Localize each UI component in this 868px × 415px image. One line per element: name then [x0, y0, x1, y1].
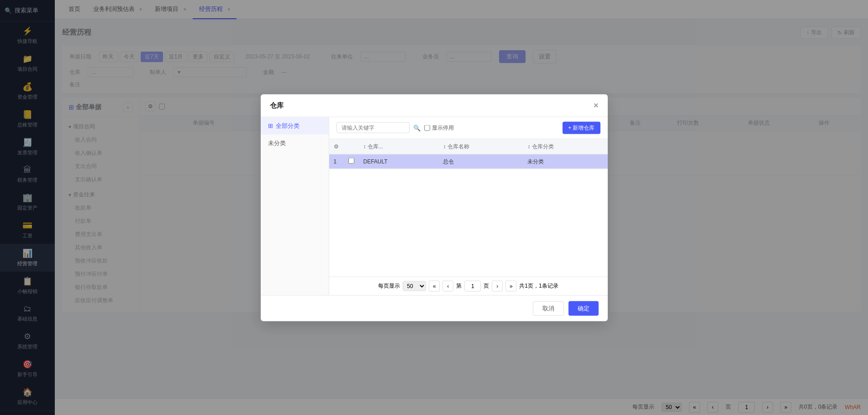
- per-page-label: 每页显示: [378, 282, 400, 290]
- modal-footer: 取消 确定: [261, 295, 608, 321]
- total-info: 共1页，1条记录: [519, 282, 558, 290]
- warehouse-modal: 仓库 × ⊞ 全部分类 未分类 🔍 显示停用: [261, 94, 608, 321]
- modal-sidebar: ⊞ 全部分类 未分类: [261, 117, 329, 295]
- modal-header: 仓库 ×: [261, 94, 608, 117]
- modal-title: 仓库: [270, 101, 284, 110]
- page-label: 第: [456, 282, 462, 290]
- add-warehouse-button[interactable]: + 新增仓库: [563, 121, 600, 134]
- modal-close-button[interactable]: ×: [594, 100, 599, 110]
- modal-th-code[interactable]: ↕ 仓库...: [359, 139, 439, 154]
- modal-sidebar-uncategorized[interactable]: 未分类: [261, 134, 329, 152]
- next-page-button[interactable]: ›: [492, 280, 503, 291]
- prev-page-button[interactable]: ‹: [442, 280, 453, 291]
- modal-toolbar: 🔍 显示停用 + 新增仓库: [329, 117, 608, 139]
- modal-table-container: ⚙ ↕ 仓库... ↕ 仓库名称 ↕ 仓库分类: [329, 139, 608, 276]
- last-page-button[interactable]: »: [505, 280, 516, 291]
- page-input[interactable]: [464, 280, 481, 291]
- modal-td-checkbox: [344, 154, 359, 169]
- per-page-select[interactable]: 50 10 20 100: [403, 281, 426, 291]
- modal-th-category[interactable]: ↕ 仓库分类: [523, 139, 607, 154]
- table-row[interactable]: 1 DEFAULT 总仓 未分类: [329, 154, 608, 169]
- modal-td-settings: 1: [329, 154, 344, 169]
- modal-table: ⚙ ↕ 仓库... ↕ 仓库名称 ↕ 仓库分类: [329, 139, 608, 169]
- first-page-button[interactable]: «: [429, 280, 440, 291]
- cancel-button[interactable]: 取消: [533, 301, 564, 315]
- confirm-button[interactable]: 确定: [568, 301, 599, 315]
- modal-pagination: 每页显示 50 10 20 100 « ‹ 第 页 › » 共1页，1条记录: [329, 276, 608, 295]
- modal-th-settings: ⚙: [329, 139, 344, 154]
- modal-td-category: 未分类: [523, 154, 607, 169]
- page-suffix: 页: [484, 282, 489, 290]
- row-checkbox[interactable]: [348, 158, 354, 164]
- modal-th-name[interactable]: ↕ 仓库名称: [438, 139, 523, 154]
- modal-search-area: 🔍 显示停用: [337, 122, 454, 133]
- modal-td-code: DEFAULT: [359, 154, 439, 169]
- modal-body: ⊞ 全部分类 未分类 🔍 显示停用 + 新增仓库: [261, 117, 608, 295]
- modal-search-icon[interactable]: 🔍: [413, 124, 421, 131]
- modal-search-input[interactable]: [337, 122, 410, 133]
- show-disabled-label: 显示停用: [424, 124, 454, 131]
- show-disabled-checkbox[interactable]: [424, 125, 430, 131]
- modal-th-checkbox: [344, 139, 359, 154]
- modal-td-name: 总仓: [438, 154, 523, 169]
- modal-main: 🔍 显示停用 + 新增仓库 ⚙ ↕ 仓库...: [329, 117, 608, 295]
- modal-sidebar-all[interactable]: ⊞ 全部分类: [261, 117, 329, 134]
- grid-icon-modal: ⊞: [268, 122, 273, 129]
